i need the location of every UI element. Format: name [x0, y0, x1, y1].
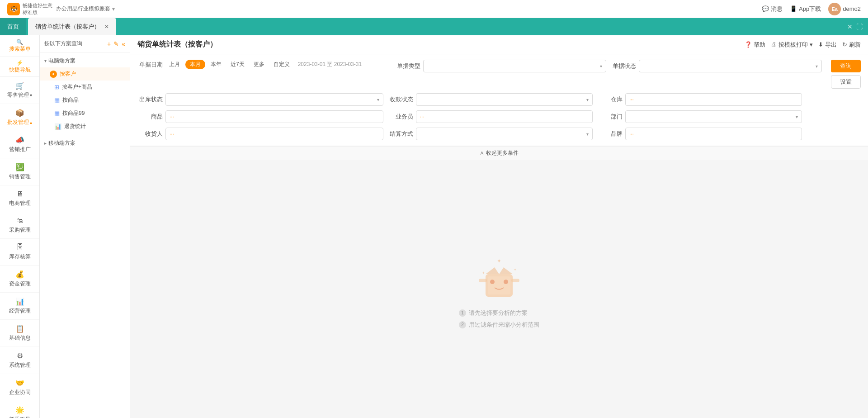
- sidebar-item-marketing[interactable]: 📣 营销推广: [0, 131, 39, 158]
- dept-select[interactable]: ▾: [625, 110, 802, 123]
- settle-select[interactable]: ▾: [416, 128, 593, 140]
- left-panel-header: 按以下方案查询 + ✎ «: [40, 35, 130, 52]
- system-icon: ⚙: [17, 352, 23, 360]
- add-scheme-button[interactable]: +: [107, 40, 111, 48]
- tab-home[interactable]: 首页: [0, 18, 26, 35]
- date-label: 单据日期: [137, 61, 163, 69]
- sidebar-item-finance[interactable]: 💰 资金管理: [0, 266, 39, 293]
- salesman-select[interactable]: ···: [416, 110, 593, 123]
- scheme-icon-goods99: ▦: [54, 110, 60, 117]
- tab-close-icon[interactable]: ✕: [104, 24, 109, 30]
- date-tab-last-month[interactable]: 上月: [165, 60, 184, 69]
- brand-label: 品牌: [597, 130, 623, 138]
- doc-type-label: 单据类型: [395, 62, 420, 70]
- sidebar-item-system[interactable]: ⚙ 系统管理: [0, 347, 39, 374]
- salesman-label: 业务员: [388, 113, 413, 121]
- scheme-icon-customer: ●: [50, 71, 57, 78]
- header-right: 💬 消息 📱 App下载 Ea demo2: [762, 3, 861, 15]
- basic-icon: 📋: [15, 324, 24, 333]
- breadcrumb-arrow-icon: ▾: [112, 6, 115, 12]
- tab-close-all-icon[interactable]: ✕: [847, 23, 853, 30]
- warehouse-select[interactable]: ···: [625, 93, 802, 106]
- date-tab-this-year[interactable]: 本年: [207, 60, 225, 69]
- tree-item-by-goods99[interactable]: ▦ 按商品99: [40, 107, 130, 120]
- recv-status-label: 收款状态: [388, 95, 413, 104]
- newbie-icon: 🌟: [15, 406, 24, 414]
- collapse-arrow-icon: ∧: [480, 150, 486, 156]
- sidebar-item-sales[interactable]: 💹 销售管理: [0, 158, 39, 185]
- logo-icon: 🐯: [7, 3, 20, 15]
- sidebar-item-wholesale[interactable]: 📦 批发管理 ▴: [0, 104, 39, 131]
- tree-group-mobile-header[interactable]: ▸ 移动端方案: [40, 137, 130, 150]
- warehouse-label: 仓库: [597, 95, 623, 104]
- user-menu[interactable]: Ea demo2: [828, 3, 861, 15]
- tree-item-refund[interactable]: 📊 退货统计: [40, 120, 130, 133]
- tree-arrow-right-icon: ▸: [44, 141, 47, 146]
- out-status-select[interactable]: ▾: [165, 93, 383, 106]
- tree-item-by-goods[interactable]: ▦ 按商品: [40, 94, 130, 107]
- date-tab-custom[interactable]: 自定义: [270, 60, 293, 69]
- breadcrumb: 办公用品行业模拟账套 ▾: [56, 5, 115, 13]
- collapse-panel-button[interactable]: «: [122, 40, 125, 48]
- tab-bar-right: ✕ ⛶: [847, 23, 868, 30]
- message-button[interactable]: 💬 消息: [762, 5, 783, 13]
- print-button[interactable]: 🖨 按模板打印 ▾: [771, 41, 813, 49]
- brand-select[interactable]: ···: [625, 128, 802, 140]
- sidebar-item-retail[interactable]: 🛒 零售管理 ▾: [0, 77, 39, 104]
- page-title: 销货单统计表（按客户）: [137, 40, 217, 49]
- date-tab-more[interactable]: 更多: [250, 60, 268, 69]
- sidebar-item-inventory[interactable]: 🗄 库存核算: [0, 239, 39, 266]
- export-button[interactable]: ⬇ 导出: [818, 41, 837, 49]
- svg-text:✦: ✦: [482, 271, 485, 275]
- query-button[interactable]: 查询: [831, 60, 861, 72]
- sidebar-item-ecommerce[interactable]: 🖥 电商管理: [0, 185, 39, 212]
- tip-num-1: 1: [459, 309, 466, 317]
- app-download-button[interactable]: 📱 App下载: [790, 5, 821, 13]
- doc-type-select[interactable]: ▾: [423, 60, 606, 72]
- setting-button[interactable]: 设置: [831, 75, 861, 89]
- date-tab-this-month[interactable]: 本月: [185, 60, 205, 69]
- recipient-select[interactable]: ···: [165, 128, 383, 140]
- empty-tips: 1 请先选择要分析的方案 2 用过滤条件来缩小分析范围: [459, 309, 539, 329]
- sidebar-quicknav-button[interactable]: ⚡ 快捷导航: [0, 57, 39, 77]
- print-arrow-icon: ▾: [810, 41, 813, 48]
- page-header: 销货单统计表（按客户） ❓ 帮助 🖨 按模板打印 ▾ ⬇ 导出 ↻ 刷新: [130, 35, 868, 54]
- date-tabs: 上月 本月 本年 近7天 更多 自定义: [165, 60, 293, 69]
- recv-status-select[interactable]: ▾: [416, 93, 593, 106]
- edit-scheme-button[interactable]: ✎: [113, 40, 119, 48]
- goods-select[interactable]: ···: [165, 110, 383, 123]
- svg-text:✦: ✦: [497, 258, 501, 264]
- refresh-button[interactable]: ↻ 刷新: [842, 41, 861, 49]
- collapse-filter-button[interactable]: ∧ 收起更多条件: [130, 146, 868, 160]
- sidebar-item-purchase[interactable]: 🛍 采购管理: [0, 212, 39, 239]
- doc-status-select[interactable]: ▾: [639, 60, 822, 72]
- empty-tip-2: 2 用过滤条件来缩小分析范围: [459, 321, 539, 329]
- svg-text:✦: ✦: [514, 268, 517, 272]
- tab-maximize-icon[interactable]: ⛶: [856, 23, 863, 30]
- date-tab-last7[interactable]: 近7天: [227, 60, 248, 69]
- purchase-icon: 🛍: [16, 217, 24, 225]
- recv-status-arrow-icon: ▾: [586, 97, 589, 102]
- sidebar-item-corp[interactable]: 🤝 企业协同: [0, 374, 39, 401]
- left-panel: 按以下方案查询 + ✎ « ▾ 电脑端方案 ● 按客户 ⊞ 按客户+商品 ▦: [40, 35, 130, 418]
- print-icon: 🖨: [771, 41, 777, 48]
- logo-text: 畅捷信好生意 标准版: [23, 2, 52, 15]
- sales-icon: 💹: [15, 163, 24, 171]
- tab-sales-stat[interactable]: 销货单统计表（按客户） ✕: [28, 18, 116, 35]
- sidebar-search-button[interactable]: 🔍 搜索菜单: [0, 35, 39, 57]
- operation-icon: 📊: [15, 297, 24, 306]
- svg-point-3: [504, 280, 508, 284]
- help-button[interactable]: ❓ 帮助: [745, 41, 765, 49]
- sidebar-item-newbie[interactable]: 🌟 新手引导: [0, 401, 39, 418]
- sidebar-item-basic[interactable]: 📋 基础信息: [0, 320, 39, 347]
- tree-group-desktop-header[interactable]: ▾ 电脑端方案: [40, 54, 130, 67]
- doc-status-arrow-icon: ▾: [816, 64, 818, 69]
- sidebar-item-operation[interactable]: 📊 经营管理: [0, 293, 39, 320]
- retail-icon: 🛒: [15, 81, 24, 90]
- recipient-label: 收货人: [137, 130, 163, 138]
- tree-item-by-customer[interactable]: ● 按客户: [40, 67, 130, 81]
- help-icon: ❓: [745, 41, 752, 48]
- scheme-icon-goods: ▦: [54, 97, 60, 104]
- settle-label: 结算方式: [388, 130, 413, 138]
- tree-item-customer-goods[interactable]: ⊞ 按客户+商品: [40, 81, 130, 94]
